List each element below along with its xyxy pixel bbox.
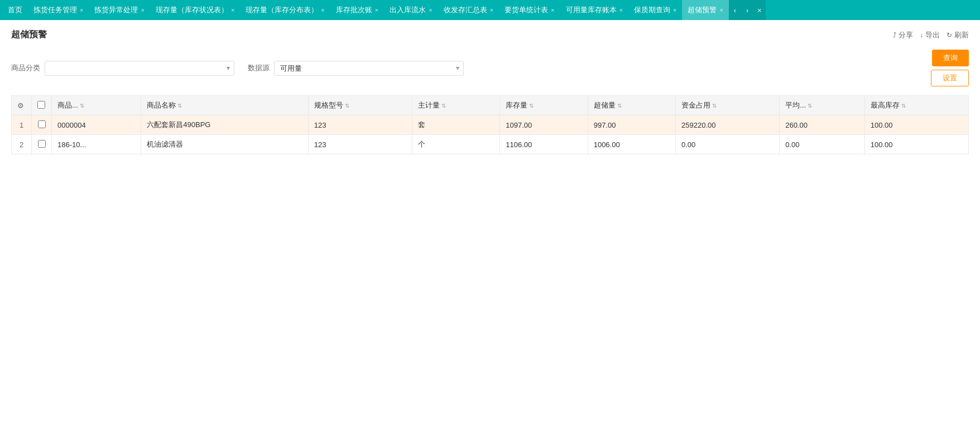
top-nav: 首页 拣货任务管理 × 拣货异常处理 × 现存量（库存状况表） × 现存量（库存… [0, 0, 980, 20]
sort-icon: ⇅ [808, 103, 812, 109]
row-checkbox-1 [32, 115, 52, 135]
query-button[interactable]: 查询 [932, 50, 969, 66]
sort-icon: ⇅ [529, 103, 534, 109]
cell-product-name-1: 六配套新昌490BPG [141, 115, 309, 135]
cell-inventory-2: 1106.00 [500, 135, 588, 154]
nav-item-task[interactable]: 拣货任务管理 × [28, 0, 89, 20]
close-icon[interactable]: × [719, 7, 723, 13]
nav-arrow-left[interactable]: ‹ [729, 0, 741, 20]
gear-icon[interactable]: ⚙ [17, 101, 24, 110]
close-icon[interactable]: × [673, 7, 676, 13]
cell-avg-2: 0.00 [780, 135, 865, 154]
close-icon[interactable]: × [551, 7, 554, 13]
filter-row: 商品分类 数据源 可用量 查询 设置 [11, 50, 969, 86]
th-unit: 主计量 ⇅ [412, 96, 499, 115]
th-product-code: 商品... ⇅ [52, 96, 141, 115]
sort-icon: ⇅ [345, 103, 349, 109]
cell-maxstock-1: 100.00 [864, 115, 968, 135]
nav-item-batch[interactable]: 库存批次账 × [330, 0, 384, 20]
th-inventory: 库存量 ⇅ [500, 96, 588, 115]
sort-icon: ⇅ [441, 103, 446, 109]
cell-product-code-2: 186-10... [52, 135, 141, 154]
cell-product-name-2: 机油滤清器 [141, 135, 309, 154]
th-overstock: 超储量 ⇅ [588, 96, 675, 115]
category-select-wrapper [45, 61, 234, 76]
cell-spec-2: 123 [308, 135, 412, 154]
table-row: 2 186-10... 机油滤清器 123 个 1106.00 1006.00 … [12, 135, 969, 154]
category-select[interactable] [45, 61, 234, 76]
table-row: 1 0000004 六配套新昌490BPG 123 套 1097.00 997.… [12, 115, 969, 135]
th-capital: 资金占用 ⇅ [676, 96, 780, 115]
page-content: 超储预警 ⤴ 分享 ↓ 导出 ↻ 刷新 商品分类 [0, 20, 980, 446]
datasource-filter: 数据源 可用量 [248, 61, 464, 76]
close-icon[interactable]: × [375, 7, 378, 13]
page-title: 超储预警 [11, 29, 47, 41]
nav-item-expiry[interactable]: 保质期查询 × [628, 0, 682, 20]
checkbox-column-header [32, 96, 52, 115]
gear-column-header: ⚙ [12, 96, 32, 115]
cell-capital-1: 259220.00 [676, 115, 780, 135]
sort-icon: ⇅ [901, 103, 906, 109]
cell-maxstock-2: 100.00 [864, 135, 968, 154]
sort-icon: ⇅ [80, 103, 84, 109]
row-checkbox-2 [32, 135, 52, 154]
th-max-stock: 最高库存 ⇅ [864, 96, 968, 115]
close-icon[interactable]: × [429, 7, 432, 13]
select-all-checkbox[interactable] [37, 101, 45, 109]
refresh-icon: ↻ [947, 31, 952, 39]
datasource-select-wrapper: 可用量 [274, 61, 464, 76]
sort-icon: ⇅ [177, 103, 182, 109]
cell-avg-1: 260.00 [780, 115, 865, 135]
page-header: 超储预警 ⤴ 分享 ↓ 导出 ↻ 刷新 [11, 29, 969, 41]
nav-item-order-stats[interactable]: 要货单统计表 × [499, 0, 560, 20]
th-product-name: 商品名称 ⇅ [141, 96, 309, 115]
cell-unit-2: 个 [412, 135, 499, 154]
row-num-1: 1 [12, 115, 32, 135]
nav-item-inventory-dist[interactable]: 现存量（库存分布表） × [240, 0, 330, 20]
close-icon[interactable]: × [231, 7, 234, 13]
nav-item-inventory-status[interactable]: 现存量（库存状况表） × [150, 0, 240, 20]
share-button[interactable]: ⤴ 分享 [893, 30, 913, 40]
row-select-checkbox-2[interactable] [38, 140, 46, 148]
close-icon[interactable]: × [141, 7, 144, 13]
category-label: 商品分类 [11, 63, 40, 73]
row-num-2: 2 [12, 135, 32, 154]
nav-item-available[interactable]: 可用量库存账本 × [560, 0, 628, 20]
close-icon[interactable]: × [80, 7, 83, 13]
settings-button[interactable]: 设置 [931, 70, 969, 86]
nav-item-home[interactable]: 首页 [2, 0, 28, 20]
nav-arrow-close[interactable]: × [753, 0, 766, 20]
sort-icon: ⇅ [712, 103, 717, 109]
data-table: ⚙ 商品... ⇅ 商品名称 ⇅ [11, 95, 969, 154]
th-avg: 平均... ⇅ [780, 96, 865, 115]
datasource-label: 数据源 [248, 63, 270, 73]
share-icon: ⤴ [893, 31, 896, 39]
cell-capital-2: 0.00 [676, 135, 780, 154]
th-spec: 规格型号 ⇅ [308, 96, 412, 115]
nav-item-abnormal[interactable]: 拣货异常处理 × [89, 0, 150, 20]
sort-icon: ⇅ [617, 103, 622, 109]
refresh-button[interactable]: ↻ 刷新 [947, 30, 969, 40]
cell-inventory-1: 1097.00 [500, 115, 588, 135]
cell-overstock-2: 1006.00 [588, 135, 675, 154]
table-header-row: ⚙ 商品... ⇅ 商品名称 ⇅ [12, 96, 969, 115]
close-icon[interactable]: × [619, 7, 623, 13]
nav-item-overstock[interactable]: 超储预警 × [682, 0, 728, 20]
export-icon: ↓ [920, 31, 923, 39]
datasource-select[interactable]: 可用量 [274, 61, 464, 76]
cell-unit-1: 套 [412, 115, 499, 135]
cell-spec-1: 123 [308, 115, 412, 135]
close-icon[interactable]: × [490, 7, 493, 13]
cell-overstock-1: 997.00 [588, 115, 675, 135]
row-select-checkbox-1[interactable] [38, 120, 46, 128]
header-actions: ⤴ 分享 ↓ 导出 ↻ 刷新 [893, 30, 969, 40]
cell-product-code-1: 0000004 [52, 115, 141, 135]
nav-arrow-right[interactable]: › [741, 0, 753, 20]
category-filter: 商品分类 [11, 61, 234, 76]
nav-item-flow[interactable]: 出入库流水 × [384, 0, 438, 20]
export-button[interactable]: ↓ 导出 [920, 30, 940, 40]
close-icon[interactable]: × [321, 7, 324, 13]
nav-item-summary[interactable]: 收发存汇总表 × [438, 0, 499, 20]
